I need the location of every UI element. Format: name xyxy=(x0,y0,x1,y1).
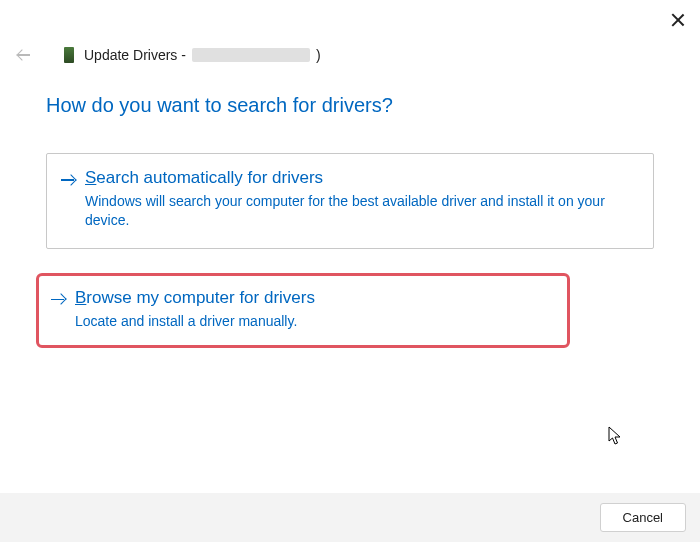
device-icon xyxy=(64,47,74,63)
option-title: Search automatically for drivers xyxy=(85,168,635,188)
option-title-rest: rowse my computer for drivers xyxy=(86,288,315,307)
option-title-rest: earch automatically for drivers xyxy=(96,168,323,187)
option-title: Browse my computer for drivers xyxy=(75,288,551,308)
update-drivers-dialog: Update Drivers - ) How do you want to se… xyxy=(0,0,700,542)
option-description: Windows will search your computer for th… xyxy=(85,192,635,230)
arrow-right-icon xyxy=(61,172,77,188)
option-browse-computer[interactable]: Browse my computer for drivers Locate an… xyxy=(36,273,570,348)
option-description: Locate and install a driver manually. xyxy=(75,312,551,331)
header-title: Update Drivers - ) xyxy=(84,47,321,63)
dialog-content: How do you want to search for drivers? S… xyxy=(0,64,700,493)
arrow-right-icon xyxy=(51,292,67,308)
header-title-prefix: Update Drivers - xyxy=(84,47,186,63)
main-heading: How do you want to search for drivers? xyxy=(46,94,654,117)
option-text: Browse my computer for drivers Locate an… xyxy=(75,288,551,331)
option-text: Search automatically for drivers Windows… xyxy=(85,168,635,230)
dialog-header: Update Drivers - ) xyxy=(0,0,700,64)
dialog-footer: Cancel xyxy=(0,493,700,542)
header-title-suffix: ) xyxy=(316,47,321,63)
back-arrow-icon[interactable] xyxy=(14,46,32,64)
close-icon[interactable] xyxy=(670,12,686,28)
accelerator-letter: B xyxy=(75,288,86,307)
cancel-button[interactable]: Cancel xyxy=(600,503,686,532)
device-name-redacted xyxy=(192,48,310,62)
accelerator-letter: S xyxy=(85,168,96,187)
option-search-automatically[interactable]: Search automatically for drivers Windows… xyxy=(46,153,654,249)
